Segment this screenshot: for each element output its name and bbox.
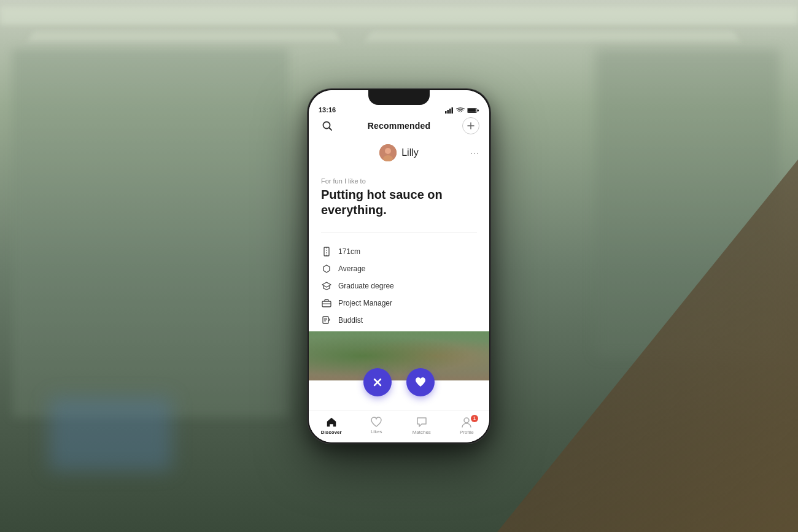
attr-religion: Buddist	[321, 312, 477, 329]
svg-rect-6	[478, 109, 479, 111]
like-button[interactable]	[406, 368, 435, 396]
add-button[interactable]	[462, 117, 479, 134]
page-title: Recommended	[368, 121, 431, 131]
app-screen: 13:16	[309, 90, 489, 442]
light-strip-3	[365, 31, 739, 42]
nav-label-profile: Profile	[460, 430, 474, 435]
profile-badge: 1	[471, 415, 478, 422]
home-icon	[325, 416, 338, 428]
nav-item-matches[interactable]: Matches	[399, 416, 444, 435]
svg-rect-1	[447, 110, 449, 114]
attr-education: Graduate degree	[321, 277, 477, 295]
svg-point-25	[464, 418, 469, 423]
svg-rect-3	[452, 107, 454, 114]
bg-blue-area	[49, 397, 172, 471]
search-button[interactable]	[319, 117, 336, 134]
action-buttons	[309, 362, 489, 403]
nav-item-likes[interactable]: Likes	[354, 417, 400, 434]
status-icons	[445, 107, 479, 114]
attr-job-text: Project Manager	[338, 299, 392, 307]
religion-icon	[321, 315, 332, 326]
fun-label: For fun I like to	[321, 177, 477, 185]
battery-icon	[467, 107, 479, 114]
svg-rect-14	[324, 247, 329, 256]
signal-icon	[445, 107, 454, 114]
attributes-section: 171cm Average	[309, 241, 489, 331]
svg-rect-0	[445, 111, 447, 114]
nav-label-likes: Likes	[371, 429, 382, 434]
avatar-image	[379, 144, 397, 161]
divider-1	[321, 233, 477, 233]
fun-text: Putting hot sauce on everything.	[321, 187, 477, 218]
attr-height-text: 171cm	[338, 247, 360, 256]
svg-rect-2	[449, 109, 451, 114]
profile-row: Lilly ···	[309, 141, 489, 168]
attr-job: Project Manager	[321, 295, 477, 312]
phone-notch	[368, 90, 430, 105]
phone-screen: 13:16	[309, 90, 489, 442]
profile-name: Lilly	[401, 147, 419, 158]
likes-heart-icon	[370, 417, 382, 428]
attr-body: Average	[321, 260, 477, 277]
svg-rect-5	[468, 109, 476, 112]
content-area: For fun I like to Putting hot sauce on e…	[309, 168, 489, 411]
svg-line-8	[330, 128, 332, 130]
nav-item-profile[interactable]: 1 Profile	[444, 416, 490, 435]
svg-point-7	[323, 121, 330, 128]
attr-height: 171cm	[321, 243, 477, 260]
nav-label-discover: Discover	[321, 430, 342, 435]
nav-label-matches: Matches	[413, 430, 431, 435]
nav-item-discover[interactable]: Discover	[309, 416, 354, 435]
height-icon	[321, 246, 332, 257]
status-time: 13:16	[319, 106, 336, 114]
plus-icon	[467, 121, 475, 130]
job-icon	[321, 298, 332, 309]
phone-device: 13:16	[307, 88, 491, 444]
wifi-icon	[456, 107, 465, 114]
matches-chat-icon	[416, 416, 428, 428]
search-icon	[322, 120, 333, 131]
body-icon	[321, 263, 332, 274]
light-strip-1	[0, 6, 798, 25]
bottom-nav: Discover Likes Matches	[309, 411, 489, 442]
fun-section: For fun I like to Putting hot sauce on e…	[309, 168, 489, 225]
more-options-button[interactable]: ···	[470, 148, 479, 158]
heart-icon	[414, 377, 427, 388]
attr-body-text: Average	[338, 264, 365, 273]
dislike-button[interactable]	[363, 368, 392, 396]
x-icon	[371, 376, 384, 388]
avatar	[379, 144, 397, 161]
education-icon	[321, 280, 332, 291]
light-strip-2	[28, 31, 340, 42]
attr-religion-text: Buddist	[338, 316, 363, 325]
bg-panel-left	[12, 49, 289, 417]
svg-point-12	[385, 148, 391, 154]
phone-wrapper: 13:16	[307, 88, 491, 444]
attr-education-text: Graduate degree	[338, 282, 394, 290]
